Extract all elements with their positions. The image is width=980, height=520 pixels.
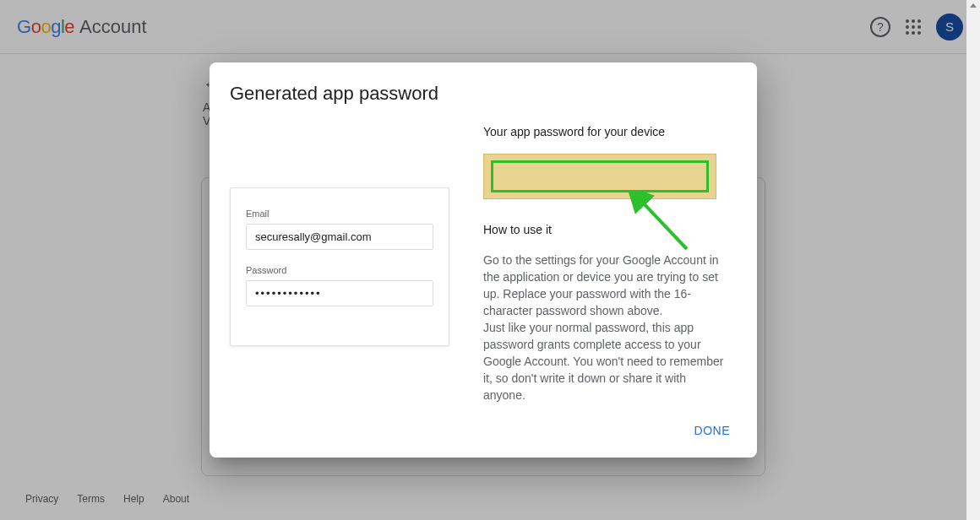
credentials-card: Email Password •••••••••••• <box>230 187 449 346</box>
app-password-dialog: Generated app password Email Password ••… <box>210 62 757 458</box>
credentials-preview: Email Password •••••••••••• <box>230 125 449 404</box>
scrollbar-up-icon[interactable] <box>970 3 977 8</box>
howto-heading: How to use it <box>483 223 730 236</box>
generated-password-box[interactable] <box>483 154 716 199</box>
password-label: Password <box>246 265 433 275</box>
password-highlight-border <box>491 160 709 192</box>
scrollbar[interactable] <box>966 0 980 520</box>
email-field[interactable] <box>246 224 433 250</box>
done-button[interactable]: DONE <box>694 424 730 437</box>
password-heading: Your app password for your device <box>483 125 730 138</box>
email-label: Email <box>246 209 433 219</box>
instructions-panel: Your app password for your device How to… <box>483 125 737 404</box>
dialog-title: Generated app password <box>230 83 737 105</box>
password-field[interactable]: •••••••••••• <box>246 280 433 306</box>
instructions-text: Go to the settings for your Google Accou… <box>483 252 730 404</box>
dialog-body: Email Password •••••••••••• Your app pas… <box>230 125 737 404</box>
